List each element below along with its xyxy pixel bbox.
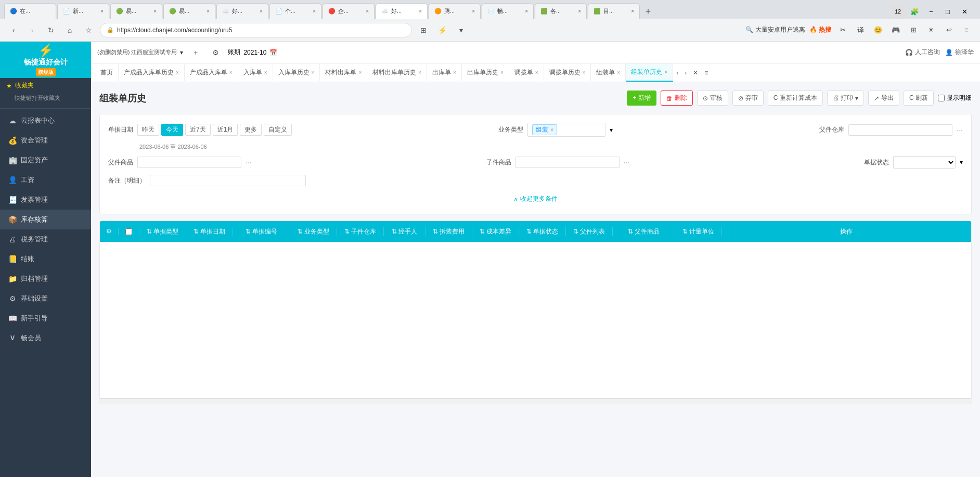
- tab-stock-out[interactable]: 出库单 ×: [427, 64, 462, 81]
- sidebar-bookmark[interactable]: ★ 收藏夹: [0, 78, 91, 93]
- company-settings-icon[interactable]: ⚙: [208, 45, 223, 60]
- tab-close-icon[interactable]: ×: [176, 70, 179, 75]
- tab-close-icon[interactable]: ×: [264, 70, 267, 75]
- audit-button[interactable]: ⊙ 审核: [697, 91, 728, 106]
- browser-tab-1[interactable]: 🔵 在...: [4, 3, 56, 19]
- sidebar-item-funds[interactable]: 💰 资金管理: [0, 131, 91, 150]
- forward-button[interactable]: ›: [25, 23, 40, 37]
- tab-close-icon[interactable]: ×: [500, 70, 504, 75]
- new-tab-button[interactable]: +: [641, 4, 655, 19]
- select-all-checkbox[interactable]: [125, 228, 132, 235]
- tab-transfer-history[interactable]: 调拨单历史 ×: [544, 64, 591, 81]
- sidebar-item-cloud-report[interactable]: ☁ 云报表中心: [0, 111, 91, 131]
- business-type-input[interactable]: 组装 ×: [527, 123, 605, 137]
- apps-icon[interactable]: ⊞: [906, 23, 921, 37]
- browser-tab-7[interactable]: 🔴 企... ×: [323, 3, 375, 19]
- close-all-tabs[interactable]: ✕: [690, 69, 701, 76]
- tab-home[interactable]: 首页: [95, 64, 119, 81]
- tab-assembly-history[interactable]: 组装单历史 ×: [626, 63, 673, 82]
- delete-button[interactable]: 🗑 删除: [661, 91, 693, 106]
- tab-close-icon[interactable]: ×: [207, 8, 210, 14]
- browser-tab-5[interactable]: ☁️ 好... ×: [216, 3, 268, 19]
- browser-tab-3[interactable]: 🟢 易... ×: [110, 3, 162, 19]
- tab-close-icon[interactable]: ×: [366, 8, 369, 14]
- parent-goods-more-icon[interactable]: ···: [246, 158, 252, 166]
- sidebar-item-close-accounts[interactable]: 📒 结账: [0, 249, 91, 269]
- col-unit[interactable]: ⇅ 计量单位: [675, 227, 722, 236]
- grid-icon[interactable]: ⊞: [416, 23, 431, 37]
- sun-icon[interactable]: ☀: [924, 23, 938, 37]
- date-btn-more[interactable]: 更多: [240, 124, 262, 136]
- date-btn-custom[interactable]: 自定义: [264, 124, 292, 136]
- show-detail-checkbox[interactable]: [938, 95, 945, 101]
- browser-tab-4[interactable]: 🟢 易... ×: [163, 3, 215, 19]
- undo-icon[interactable]: ↩: [942, 23, 956, 37]
- support-link[interactable]: 🎧 人工咨询: [905, 48, 940, 57]
- col-bill-type[interactable]: ⇅ 单据类型: [139, 227, 186, 236]
- sidebar-item-fixed-assets[interactable]: 🏢 固定资产: [0, 150, 91, 170]
- tab-transfer[interactable]: 调拨单 ×: [509, 64, 544, 81]
- print-button[interactable]: 🖨 打印 ▾: [827, 91, 864, 106]
- col-parent-list[interactable]: ⇅ 父件列表: [566, 227, 613, 236]
- tab-material-out[interactable]: 材料出库单 ×: [320, 64, 367, 81]
- table-settings-col[interactable]: ⚙: [100, 228, 119, 235]
- tab-close-icon[interactable]: ×: [229, 70, 233, 75]
- date-btn-yesterday[interactable]: 昨天: [137, 124, 159, 136]
- sidebar-item-invoices[interactable]: 🧾 发票管理: [0, 190, 91, 210]
- sidebar-item-payroll[interactable]: 👤 工资: [0, 170, 91, 190]
- sidebar-item-tax[interactable]: 🖨 税务管理: [0, 229, 91, 249]
- more-options-icon[interactable]: ···: [957, 126, 963, 134]
- sidebar-item-inventory[interactable]: 📦 库存核算: [0, 210, 91, 229]
- close-browser-icon[interactable]: ✕: [957, 4, 972, 19]
- tab-close-icon[interactable]: ×: [313, 8, 316, 14]
- translate-icon[interactable]: 译: [853, 23, 868, 37]
- emoji-icon[interactable]: 😊: [871, 23, 885, 37]
- tab-close-icon[interactable]: ×: [358, 70, 362, 75]
- refresh-button[interactable]: ↻: [44, 23, 58, 37]
- tab-prev-arrow[interactable]: ‹: [673, 69, 681, 76]
- tab-close-icon[interactable]: ×: [418, 70, 421, 75]
- recalculate-button[interactable]: C 重新计算成本: [768, 91, 823, 106]
- tab-stock-in-history[interactable]: 入库单历史 ×: [273, 64, 320, 81]
- tab-close-icon[interactable]: ×: [583, 70, 586, 75]
- add-company-button[interactable]: +: [188, 45, 203, 60]
- tab-close-icon[interactable]: ×: [664, 69, 667, 75]
- col-business-type[interactable]: ⇅ 业务类型: [290, 227, 337, 236]
- date-btn-7days[interactable]: 近7天: [185, 124, 211, 136]
- table-checkbox-col[interactable]: [119, 228, 139, 235]
- tab-close-icon[interactable]: ×: [617, 70, 620, 75]
- tab-close-icon[interactable]: ×: [631, 8, 634, 14]
- extensions-icon[interactable]: 🧩: [907, 4, 922, 19]
- game-icon[interactable]: 🎮: [888, 23, 903, 37]
- col-cost-diff[interactable]: ⇅ 成本差异: [472, 227, 519, 236]
- business-type-dropdown-icon[interactable]: ▾: [610, 126, 613, 134]
- tab-stock-out-history[interactable]: 出库单历史 ×: [462, 64, 509, 81]
- browser-tab-11[interactable]: 🟩 各... ×: [535, 3, 587, 19]
- col-bill-status[interactable]: ⇅ 单据状态: [519, 227, 566, 236]
- parent-goods-input[interactable]: [137, 157, 241, 168]
- browser-tab-10[interactable]: ✉️ 畅... ×: [482, 3, 534, 19]
- sidebar-item-archive[interactable]: 📁 归档管理: [0, 269, 91, 289]
- tab-close-icon[interactable]: ×: [100, 8, 104, 14]
- horizontal-scrollbar[interactable]: [99, 398, 972, 404]
- col-handler[interactable]: ⇅ 经手人: [384, 227, 425, 236]
- tab-close-icon[interactable]: ×: [453, 70, 456, 75]
- col-bill-date[interactable]: ⇅ 单据日期: [186, 227, 233, 236]
- tab-close-icon[interactable]: ×: [472, 8, 475, 14]
- tab-stock-in[interactable]: 入库单 ×: [238, 64, 273, 81]
- date-btn-today[interactable]: 今天: [161, 124, 183, 136]
- col-child-warehouse[interactable]: ⇅ 子件仓库: [337, 227, 384, 236]
- bill-status-select[interactable]: [893, 156, 956, 169]
- browser-tab-2[interactable]: 📄 新... ×: [57, 3, 109, 19]
- refresh-button[interactable]: C 刷新: [904, 91, 934, 106]
- tab-close-icon[interactable]: ×: [525, 8, 528, 14]
- tab-menu-icon[interactable]: ≡: [701, 69, 711, 76]
- child-goods-more-icon[interactable]: ···: [624, 158, 630, 166]
- tab-next-arrow[interactable]: ›: [681, 69, 690, 76]
- tab-close-icon[interactable]: ×: [260, 8, 263, 14]
- tab-close-icon[interactable]: ×: [419, 8, 422, 14]
- company-selector[interactable]: (勿删勿禁用) 江西服宝测试专用 ▾: [97, 48, 183, 56]
- maximize-icon[interactable]: □: [940, 4, 955, 19]
- home-button[interactable]: ⌂: [62, 23, 77, 37]
- minimize-icon[interactable]: −: [924, 4, 938, 19]
